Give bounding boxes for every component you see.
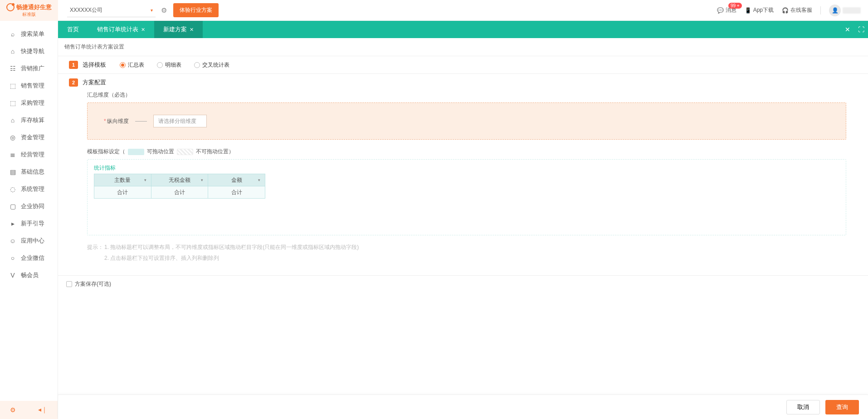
gear-icon[interactable]: ⚙ (161, 6, 167, 15)
sidebar-item-13[interactable]: ○企业微信 (0, 249, 58, 267)
group-dimension-placeholder: 请选择分组维度 (158, 117, 196, 125)
page-title: 销售订单统计表方案设置 (58, 38, 868, 56)
save-scheme-label: 方案保存(可选) (75, 280, 111, 288)
sidebar-icon: ◌ (9, 185, 16, 193)
sidebar-item-5[interactable]: ⌂库存核算 (0, 112, 58, 129)
close-icon[interactable]: ✕ (190, 27, 194, 33)
sidebar-item-2[interactable]: ☷营销推广 (0, 60, 58, 77)
tab-label: 销售订单统计表 (97, 25, 138, 34)
template-radio-group: 汇总表明细表交叉统计表 (120, 61, 229, 69)
step-select-template: 1 选择模板 汇总表明细表交叉统计表 (58, 56, 868, 73)
collapse-sidebar-icon[interactable]: ◂｜ (38, 406, 48, 414)
sidebar-icon: ☷ (9, 65, 16, 72)
sidebar-item-1[interactable]: ⌂快捷导航 (0, 43, 58, 60)
company-name: XXXXXX公司 (70, 6, 102, 14)
sidebar-icon: ⬚ (9, 99, 16, 107)
save-scheme-checkbox[interactable] (66, 281, 72, 287)
sidebar-item-9[interactable]: ◌系统管理 (0, 180, 58, 198)
sidebar-item-label: 营销推广 (21, 64, 44, 73)
step1-label: 选择模板 (83, 61, 106, 69)
radio-icon (157, 62, 163, 68)
radio-label: 明细表 (165, 61, 181, 69)
avatar-icon: 👤 (829, 5, 841, 16)
draggable-swatch (128, 149, 144, 155)
messages-link[interactable]: 💬 消息 99 + (717, 6, 736, 14)
sidebar-icon: ⌂ (9, 117, 16, 124)
metrics-table: 主数量▾无税金额▾金额▾ 合计合计合计 (94, 174, 265, 199)
sidebar-icon: ▸ (9, 220, 16, 227)
tab-label: 新建方案 (163, 25, 187, 34)
online-service-link[interactable]: 🎧 在线客服 (782, 6, 812, 14)
sidebar-icon: ▢ (9, 203, 16, 210)
sidebar-item-11[interactable]: ▸新手引导 (0, 215, 58, 232)
sidebar-item-0[interactable]: ⌕搜索菜单 (0, 25, 58, 43)
sidebar-icon: ○ (9, 254, 16, 262)
radio-icon (120, 62, 126, 68)
template-radio-0[interactable]: 汇总表 (120, 61, 144, 69)
settings-gear-icon[interactable]: ⚙ (10, 406, 16, 414)
messages-badge: 99 + (728, 3, 742, 9)
sidebar-item-label: 应用中心 (21, 237, 44, 245)
sidebar-item-14[interactable]: V畅会员 (0, 267, 58, 284)
step2-label: 方案配置 (83, 78, 106, 87)
query-button[interactable]: 查询 (825, 400, 859, 414)
tab-label: 首页 (67, 25, 79, 34)
user-menu[interactable]: 👤 (829, 5, 861, 16)
sidebar-item-6[interactable]: ◎资金管理 (0, 129, 58, 146)
sidebar-item-label: 采购管理 (21, 99, 44, 107)
sidebar-item-label: 销售管理 (21, 82, 44, 90)
draggable-label: 可拖动位置 (147, 148, 174, 156)
hint-label: 提示： (87, 242, 104, 253)
dimension-dropzone[interactable]: *纵向维度 请选择分组维度 (87, 102, 846, 140)
chevron-down-icon[interactable]: ▾ (144, 178, 146, 182)
sidebar-item-3[interactable]: ⬚销售管理 (0, 77, 58, 94)
close-all-tabs-icon[interactable]: ✕ (841, 21, 854, 38)
sidebar-item-label: 搜索菜单 (21, 30, 44, 38)
chevron-down-icon[interactable]: ▾ (258, 178, 260, 182)
close-icon[interactable]: ✕ (141, 27, 145, 33)
fullscreen-icon[interactable]: ⛶ (854, 21, 868, 38)
brand-name: 畅捷通好生意 (16, 3, 52, 11)
sidebar-item-10[interactable]: ▢企业协同 (0, 198, 58, 215)
sidebar-item-7[interactable]: ≣经营管理 (0, 146, 58, 163)
user-name (843, 7, 861, 14)
sidebar-item-12[interactable]: ☺应用中心 (0, 232, 58, 249)
sidebar-item-label: 企业协同 (21, 202, 44, 210)
metric-header-2[interactable]: 金额▾ (208, 174, 265, 186)
sidebar-icon: ◎ (9, 134, 16, 141)
radio-label: 汇总表 (128, 61, 144, 69)
template-radio-2[interactable]: 交叉统计表 (194, 61, 229, 69)
tab-1[interactable]: 销售订单统计表✕ (88, 21, 154, 38)
group-dimension-select[interactable]: 请选择分组维度 (153, 115, 207, 127)
metric-cell-0: 合计 (94, 186, 151, 199)
headset-icon: 🎧 (782, 7, 789, 14)
metric-header-label: 无税金额 (169, 177, 190, 183)
chevron-down-icon[interactable]: ▾ (201, 178, 203, 182)
sidebar-item-label: 快捷导航 (21, 47, 44, 55)
template-radio-1[interactable]: 明细表 (157, 61, 181, 69)
metric-header-label: 金额 (231, 177, 242, 183)
metric-header-0[interactable]: 主数量▾ (94, 174, 151, 186)
metrics-area: 统计指标 主数量▾无税金额▾金额▾ 合计合计合计 (87, 159, 846, 235)
message-icon: 💬 (717, 7, 724, 14)
nondraggable-label: 不可拖动位置） (196, 148, 234, 156)
sidebar-item-label: 畅会员 (21, 271, 39, 279)
radio-label: 交叉统计表 (202, 61, 229, 69)
cancel-button[interactable]: 取消 (786, 400, 820, 414)
company-select[interactable]: XXXXXX公司 ▾ (67, 4, 156, 17)
sidebar-item-label: 企业微信 (21, 254, 44, 262)
metric-header-1[interactable]: 无税金额▾ (151, 174, 208, 186)
tab-0[interactable]: 首页 (58, 21, 88, 38)
phone-icon: 📱 (745, 7, 751, 14)
online-service-label: 在线客服 (790, 6, 812, 14)
sidebar-item-8[interactable]: ▤基础信息 (0, 163, 58, 180)
sidebar-item-label: 库存核算 (21, 116, 44, 124)
save-option-row: 方案保存(可选) (58, 275, 868, 292)
brand-logo: 畅捷通好生意 标准版 (0, 0, 58, 21)
trial-industry-button[interactable]: 体验行业方案 (173, 3, 219, 17)
tab-2[interactable]: 新建方案✕ (154, 21, 203, 38)
tab-bar: 首页销售订单统计表✕新建方案✕ ✕ ⛶ (58, 21, 868, 38)
logo-icon (6, 3, 15, 11)
app-download-link[interactable]: 📱 App下载 (745, 6, 774, 14)
sidebar-item-4[interactable]: ⬚采购管理 (0, 94, 58, 112)
